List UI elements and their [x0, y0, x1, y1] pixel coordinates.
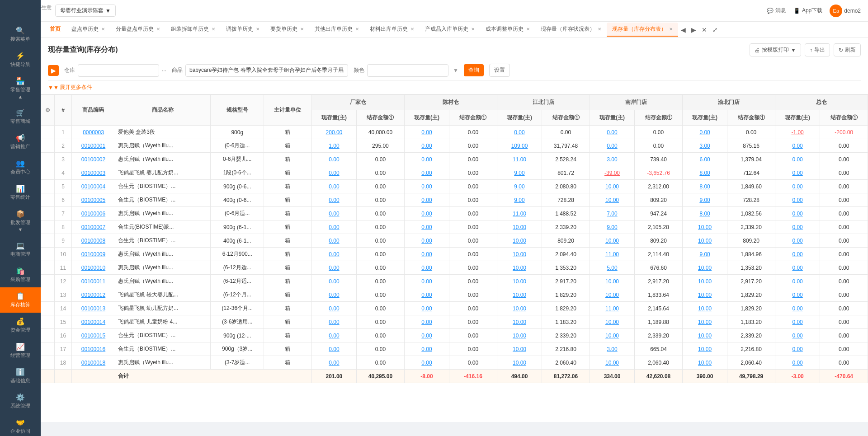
sidebar-item-collab[interactable]: 🤝 企业协同 [0, 414, 41, 436]
row-na-stock[interactable]: 3.00 [590, 342, 635, 356]
tab-close-partial-check[interactable]: ✕ [156, 27, 160, 32]
tab-material-out[interactable]: 材料出库单历史 ✕ [364, 23, 420, 37]
sidebar-item-finance[interactable]: 💰 资金管理 [0, 313, 41, 338]
row-c-stock[interactable]: 0.00 [404, 220, 449, 234]
row-t-stock[interactable]: 0.00 [775, 139, 820, 153]
tab-product-in[interactable]: 产成品入库单历史 ✕ [420, 23, 480, 37]
tab-assembly[interactable]: 组装拆卸单历史 ✕ [165, 23, 221, 37]
row-yb-stock[interactable]: 10.00 [682, 261, 727, 275]
tab-close-inventory-check[interactable]: ✕ [101, 27, 105, 32]
sidebar-item-nav[interactable]: ⚡ 快捷导航 [0, 47, 41, 72]
sidebar-item-search[interactable]: 🔍 搜索英单 [0, 22, 41, 47]
sidebar-item-basic[interactable]: ℹ️ 基础信息 [0, 363, 41, 389]
row-na-stock[interactable]: 10.00 [590, 288, 635, 302]
row-jb-stock[interactable]: 10.00 [497, 234, 542, 248]
row-f-stock[interactable]: 0.00 [311, 166, 357, 180]
row-code[interactable]: 00100004 [72, 180, 115, 193]
row-t-stock[interactable]: 0.00 [775, 329, 820, 342]
row-f-stock[interactable]: 0.00 [311, 275, 357, 288]
row-na-stock[interactable]: 11.00 [590, 302, 635, 315]
row-jb-stock[interactable]: 10.00 [497, 342, 542, 356]
row-yb-stock[interactable]: 10.00 [682, 315, 727, 329]
row-jb-stock[interactable]: 109.00 [497, 139, 542, 153]
row-c-stock[interactable]: 0.00 [404, 139, 449, 153]
tab-close-product-in[interactable]: ✕ [471, 27, 475, 32]
row-f-stock[interactable]: 0.00 [311, 302, 357, 315]
row-t-stock[interactable]: 0.00 [775, 356, 820, 370]
row-c-stock[interactable]: 0.00 [404, 342, 449, 356]
row-code[interactable]: 00100003 [72, 166, 115, 180]
row-yb-stock[interactable]: 9.00 [682, 193, 727, 207]
row-t-stock[interactable]: 0.00 [775, 275, 820, 288]
row-code[interactable]: 00100018 [72, 356, 115, 370]
tab-partial-check[interactable]: 分量盘点单历史 ✕ [110, 23, 165, 37]
sidebar-item-ecommerce[interactable]: 💻 电商管理 [0, 237, 41, 262]
sidebar-item-member[interactable]: 👥 会员中心 [0, 155, 41, 180]
row-code[interactable]: 00100005 [72, 193, 115, 207]
tab-close-cost-adjust[interactable]: ✕ [526, 27, 530, 32]
row-na-stock[interactable]: 10.00 [590, 356, 635, 370]
row-t-stock[interactable]: 0.00 [775, 302, 820, 315]
row-yb-stock[interactable]: 8.00 [682, 207, 727, 220]
row-code[interactable]: 00100002 [72, 153, 115, 166]
row-code[interactable]: 00100016 [72, 342, 115, 356]
row-f-stock[interactable]: 0.00 [311, 261, 357, 275]
sidebar-item-retail-mgmt[interactable]: 🏪 零售管理 ▲ [0, 72, 41, 104]
row-jb-stock[interactable]: 11.00 [497, 207, 542, 220]
row-yb-stock[interactable]: 10.00 [682, 356, 727, 370]
tab-requisition[interactable]: 要货单历史 ✕ [265, 23, 309, 37]
tab-close-requisition[interactable]: ✕ [300, 27, 304, 32]
sidebar-item-marketing[interactable]: 📢 营销推广 [0, 129, 41, 155]
row-f-stock[interactable]: 1.00 [311, 139, 357, 153]
row-na-stock[interactable]: 10.00 [590, 315, 635, 329]
row-jb-stock[interactable]: 10.00 [497, 356, 542, 370]
row-t-stock[interactable]: 0.00 [775, 315, 820, 329]
print-btn[interactable]: 🖨 按模版打印 ▼ [750, 43, 801, 56]
row-yb-stock[interactable]: 10.00 [682, 234, 727, 248]
row-yb-stock[interactable]: 10.00 [682, 342, 727, 356]
row-code[interactable]: 00100009 [72, 248, 115, 261]
row-jb-stock[interactable]: 11.00 [497, 153, 542, 166]
row-yb-stock[interactable]: 10.00 [682, 329, 727, 342]
row-jb-stock[interactable]: 10.00 [497, 220, 542, 234]
message-btn[interactable]: 💬 消息 [767, 7, 786, 14]
tab-nav-prev[interactable]: ◀ [678, 24, 689, 35]
row-f-stock[interactable]: 0.00 [311, 234, 357, 248]
row-t-stock[interactable]: 0.00 [775, 261, 820, 275]
row-code[interactable]: 00100001 [72, 139, 115, 153]
row-t-stock[interactable]: 0.00 [775, 288, 820, 302]
row-jb-stock[interactable]: 9.00 [497, 180, 542, 193]
row-t-stock[interactable]: -1.00 [775, 126, 820, 139]
row-t-stock[interactable]: 0.00 [775, 153, 820, 166]
row-t-stock[interactable]: 0.00 [775, 180, 820, 193]
row-t-stock[interactable]: 0.00 [775, 193, 820, 207]
gear-icon[interactable]: ⚙ [45, 107, 50, 113]
color-input[interactable] [367, 64, 448, 77]
row-t-stock[interactable]: 0.00 [775, 220, 820, 234]
tab-other-out[interactable]: 其他出库单历史 ✕ [309, 23, 364, 37]
tab-transfer[interactable]: 调拨单历史 ✕ [221, 23, 265, 37]
row-na-stock[interactable]: 10.00 [590, 180, 635, 193]
row-jb-stock[interactable]: 10.00 [497, 261, 542, 275]
tab-stock-dist[interactable]: 现存量（库存分布表） ✕ [607, 23, 678, 37]
row-c-stock[interactable]: 0.00 [404, 261, 449, 275]
row-na-stock[interactable]: 10.00 [590, 275, 635, 288]
row-yb-stock[interactable]: 10.00 [682, 220, 727, 234]
tab-close-material-out[interactable]: ✕ [410, 27, 414, 32]
row-f-stock[interactable]: 0.00 [311, 207, 357, 220]
row-t-stock[interactable]: 0.00 [775, 166, 820, 180]
sidebar-item-wholesale[interactable]: 📦 批发管理 ▼ [0, 205, 41, 237]
row-c-stock[interactable]: 0.00 [404, 234, 449, 248]
row-jb-stock[interactable]: 10.00 [497, 275, 542, 288]
refresh-btn[interactable]: ↻ 刷新 [834, 43, 861, 56]
user-menu[interactable]: Ea demo2 [830, 5, 861, 17]
tab-close-other-out[interactable]: ✕ [355, 27, 359, 32]
row-f-stock[interactable]: 0.00 [311, 220, 357, 234]
app-download-btn[interactable]: 📱 App下载 [793, 7, 822, 14]
row-f-stock[interactable]: 0.00 [311, 329, 357, 342]
row-f-stock[interactable]: 0.00 [311, 193, 357, 207]
industry-select[interactable]: 母婴行业演示陈套 ▼ [55, 5, 116, 17]
row-yb-stock[interactable]: 8.00 [682, 166, 727, 180]
row-code[interactable]: 00100006 [72, 207, 115, 220]
row-code[interactable]: 00100008 [72, 234, 115, 248]
